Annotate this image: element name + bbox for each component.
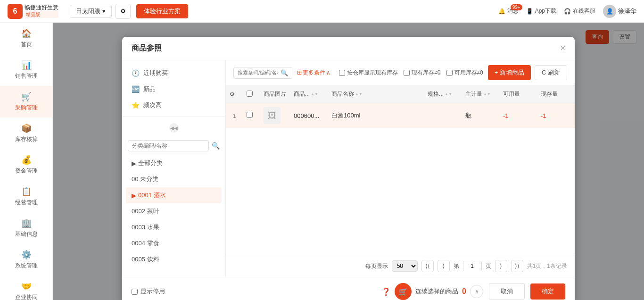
col-unit-header[interactable]: 主计量▲▼	[462, 85, 499, 103]
category-00[interactable]: 00 未分类	[126, 171, 222, 187]
category-label-0003: 0003 水果	[132, 223, 159, 232]
sidebar-item-inventory[interactable]: 📦 库存核算	[0, 117, 52, 149]
collapse-button[interactable]: ◀◀	[169, 123, 179, 133]
checkbox-group: 按仓库显示现有库存 现有库存≠0 可用库存≠0	[339, 69, 483, 77]
prev-page-button[interactable]: ⟨	[438, 260, 450, 272]
row-checkbox[interactable]	[243, 103, 260, 128]
topbar-right: 🔔 消息 99+ 📱 App下载 🎧 在线客服 👤 徐泽华	[498, 5, 636, 18]
row-img: 🖼	[260, 103, 290, 128]
settings-icon-btn[interactable]: ⚙	[116, 4, 131, 19]
quick-item-recent[interactable]: 🕐 近期购买	[126, 65, 222, 81]
product-search-input[interactable]	[238, 70, 278, 75]
checkbox-stock-input[interactable]	[404, 70, 410, 76]
sidebar-item-home[interactable]: 🏠 首页	[0, 23, 52, 54]
first-page-button[interactable]: ⟨⟨	[421, 260, 434, 272]
category-0001[interactable]: ▶ 0001 酒水	[126, 187, 222, 203]
help-icon[interactable]: ❓	[381, 287, 391, 296]
trial-button[interactable]: 体验行业方案	[136, 4, 188, 18]
last-page-button[interactable]: ⟩⟩	[511, 260, 523, 272]
quick-item-frequent[interactable]: ⭐ 频次高	[126, 97, 222, 113]
category-search-input[interactable]	[128, 140, 209, 151]
app-download-label: App下载	[535, 7, 556, 15]
sidebar-label-ops: 经营管理	[15, 199, 38, 207]
refresh-button[interactable]: C 刷新	[535, 65, 567, 80]
col-spec-header[interactable]: 规格...▲▼	[424, 85, 462, 103]
sidebar-item-basic[interactable]: 🏢 基础信息	[0, 212, 52, 244]
name-col-label: 商品名称	[331, 90, 354, 98]
checkbox-available-ne0[interactable]: 可用库存≠0	[446, 69, 483, 77]
category-label-0004: 0004 零食	[132, 239, 159, 248]
col-name-header[interactable]: 商品名称▲▼	[328, 85, 424, 103]
sidebar-item-finance[interactable]: 💰 资金管理	[0, 149, 52, 181]
user-menu[interactable]: 👤 徐泽华	[603, 5, 636, 18]
search-icon[interactable]: 🔍	[281, 69, 288, 76]
sidebar-item-ops[interactable]: 📋 经营管理	[0, 181, 52, 212]
inventory-icon: 📦	[21, 123, 32, 133]
sidebar-item-purchase[interactable]: 🛒 采购管理	[0, 86, 52, 117]
toolbar-right: + 新增商品 C 刷新	[488, 65, 567, 80]
col-img-header: 商品图片	[260, 85, 290, 103]
cancel-button[interactable]: 取消	[489, 283, 525, 300]
next-page-button[interactable]: ⟩	[495, 260, 507, 272]
sidebar-item-system[interactable]: ⚙️ 系统管理	[0, 244, 52, 275]
show-disabled-checkbox[interactable]	[132, 289, 138, 295]
row-spec	[424, 103, 462, 128]
product-table-wrap: ⚙ 商品图片 商品...▲▼ 商品名称▲▼	[226, 85, 575, 255]
bell-icon: 🔔	[498, 8, 505, 15]
cart-icon[interactable]: 🛒	[395, 283, 412, 300]
dropdown-icon: ▾	[102, 8, 106, 15]
category-all[interactable]: ▶ 全部分类	[126, 155, 222, 171]
select-all-checkbox[interactable]	[247, 91, 253, 97]
show-disabled-label[interactable]: 显示停用	[132, 287, 165, 296]
per-page-label: 每页显示	[365, 262, 388, 270]
category-0003[interactable]: 0003 水果	[126, 219, 222, 235]
row-unit: 瓶	[462, 103, 499, 128]
modal-body: 🕐 近期购买 🆕 新品 ⭐ 频次高	[122, 60, 575, 277]
sidebar-label-home: 首页	[21, 41, 32, 49]
page-number-input[interactable]	[463, 261, 482, 271]
unit-col-label: 主计量	[465, 90, 482, 98]
checkbox-warehouse-input[interactable]	[339, 70, 345, 76]
arrow-icon-0001: ▶	[132, 192, 136, 199]
col-settings[interactable]: ⚙	[226, 85, 243, 103]
store-selector[interactable]: 日太阳膜 ▾	[70, 5, 112, 18]
category-0004[interactable]: 0004 零食	[126, 235, 222, 251]
add-product-button[interactable]: + 新增商品	[488, 65, 531, 80]
row-select-checkbox[interactable]	[247, 112, 253, 118]
product-search-wrap: 🔍	[233, 67, 292, 79]
category-0002[interactable]: 0002 茶叶	[126, 203, 222, 219]
app-download-button[interactable]: 📱 App下载	[526, 7, 556, 15]
messages-button[interactable]: 🔔 消息 99+	[498, 7, 519, 15]
col-code-header[interactable]: 商品...▲▼	[290, 85, 328, 103]
quick-item-new[interactable]: 🆕 新品	[126, 81, 222, 97]
left-panel: 🕐 近期购买 🆕 新品 ⭐ 频次高	[122, 60, 226, 277]
message-badge: 99+	[511, 4, 522, 10]
fold-button[interactable]: ∧	[470, 285, 483, 298]
sidebar-item-sales[interactable]: 📊 销售管理	[0, 54, 52, 86]
checkbox-available-input[interactable]	[446, 70, 453, 76]
category-0005[interactable]: 0005 饮料	[126, 251, 222, 267]
sidebar-item-corp[interactable]: 🤝 企业协同	[0, 275, 52, 300]
table-row[interactable]: 1 🖼 000600... 白酒100ml	[226, 103, 575, 128]
cart-area: ❓ 🛒 连续选择的商品 0 ∧	[381, 283, 483, 300]
checkbox-warehouse[interactable]: 按仓库显示现有库存	[339, 69, 398, 77]
recent-icon: 🕐	[132, 69, 140, 77]
online-service-button[interactable]: 🎧 在线客服	[564, 7, 595, 15]
quick-label-new: 新品	[143, 85, 156, 93]
confirm-button[interactable]: 确定	[530, 283, 565, 300]
code-sort-arrows: ▲▼	[311, 92, 318, 96]
more-conditions-button[interactable]: ⊞ 更多条件 ∧	[297, 69, 330, 77]
sidebar-label-sales: 销售管理	[15, 72, 38, 80]
per-page-select[interactable]: 50 10 20 100	[392, 260, 418, 272]
arrow-icon: ▶	[132, 160, 136, 167]
col-checkbox[interactable]	[243, 85, 260, 103]
category-search: 🔍	[122, 136, 225, 155]
category-0008[interactable]: 0008 水	[126, 267, 222, 272]
checkbox-stock-ne0[interactable]: 现有库存≠0	[404, 69, 440, 77]
sidebar-label-inventory: 库存核算	[15, 135, 38, 143]
category-label-0002: 0002 茶叶	[132, 207, 159, 216]
row-stock: -1	[537, 103, 575, 128]
logo-sub: 精品版	[25, 11, 58, 18]
category-search-icon[interactable]: 🔍	[212, 142, 220, 150]
modal-close-button[interactable]: ×	[560, 43, 565, 53]
